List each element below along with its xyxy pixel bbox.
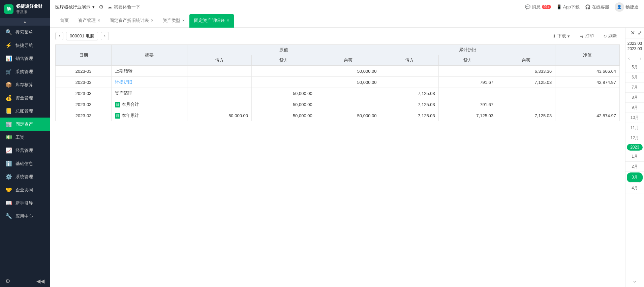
timeline-bottom-chevron[interactable]: ⌄ (625, 274, 644, 287)
sidebar-item-应用中心[interactable]: 🔧应用中心 (0, 210, 50, 223)
sidebar-scroll-up[interactable]: ▲ (0, 18, 50, 26)
sidebar-item-采购管理[interactable]: 🛒采购管理 (0, 65, 50, 78)
cell-orig-debit (187, 77, 252, 88)
sidebar-footer: ⚙ ◀◀ (0, 275, 50, 287)
cell-orig-debit (187, 66, 252, 77)
timeline-month[interactable]: 1月 (625, 152, 644, 162)
timeline-month[interactable]: 6月 (625, 72, 644, 83)
messages-button[interactable]: 💬 消息 99+ (525, 4, 551, 10)
timeline-arrow-right[interactable]: › (640, 56, 641, 61)
right-sidebar-controls: ✕ ⤢ (625, 28, 644, 38)
sidebar-item-系统管理[interactable]: ⚙️系统管理 (0, 170, 50, 183)
cloud-icon: ☁ (108, 4, 112, 9)
tab-固定资产明细账[interactable]: 固定资产明细账× (189, 14, 234, 28)
table-row: 2023-03 上期结转 50,000.00 6,333.36 43,666.6… (56, 66, 620, 77)
user-profile[interactable]: 👤 畅捷通 (615, 2, 639, 12)
tab-close-固定资产折旧统计表[interactable]: × (151, 18, 153, 23)
menu-icon: 🔧 (5, 213, 12, 219)
experience-label: 我要体验一下 (114, 4, 140, 10)
cell-summary: 资产清理 (112, 88, 187, 99)
menu-icon: 🏢 (5, 121, 12, 127)
tab-close-固定资产明细账[interactable]: × (227, 18, 229, 23)
cell-dep-credit: 7,125.03 (438, 110, 497, 121)
sidebar-item-经营管理[interactable]: 📈经营管理 (0, 144, 50, 157)
cell-net-value: 42,874.97 (555, 110, 620, 121)
settings-icon[interactable]: ⚙ (5, 278, 10, 284)
message-icon: 💬 (525, 4, 530, 9)
menu-icon: 📈 (5, 147, 12, 154)
topbar-settings-icon[interactable]: ⚙ (99, 4, 103, 10)
timeline-month[interactable]: 5月 (625, 62, 644, 72)
timeline-month-active[interactable]: 3月 (627, 172, 643, 183)
tab-close-资产类型[interactable]: × (182, 18, 185, 23)
sidebar-item-工资[interactable]: 💵工资 (0, 131, 50, 144)
tab-资产管理[interactable]: 资产管理× (73, 14, 105, 28)
cell-orig-balance: 50,000.00 (316, 66, 380, 77)
cell-orig-balance: 50,000.00 (316, 77, 380, 88)
cell-dep-credit (438, 88, 497, 99)
col-dep-balance: 余额 (497, 55, 555, 66)
col-dep-credit: 贷方 (438, 55, 497, 66)
sidebar-item-搜索菜单[interactable]: 🔍搜索菜单 (0, 26, 50, 39)
cell-net-value (555, 99, 620, 110)
chevron-down-icon: ▾ (568, 34, 570, 39)
cell-summary[interactable]: 计提折旧 (112, 77, 187, 88)
timeline-month[interactable]: 8月 (625, 93, 644, 103)
messages-badge: 99+ (542, 5, 551, 9)
company-selector[interactable]: 医疗器械行业演示 ▾ (55, 4, 95, 10)
expand-panel-icon[interactable]: ⤢ (637, 29, 643, 37)
timeline-month[interactable]: 11月 (625, 123, 644, 133)
cell-dep-credit: 791.67 (438, 77, 497, 88)
timeline-arrow-left[interactable]: ‹ (628, 56, 630, 61)
sidebar-item-新手引导[interactable]: 📖新手引导 (0, 196, 50, 210)
table-container: 日期 摘要 原值 累计折旧 净值 借方 贷方 余额 借方 贷方 余额 (55, 44, 620, 283)
sidebar-item-总账管理[interactable]: 📒总账管理 (0, 104, 50, 118)
sidebar-item-固定资产[interactable]: 🏢固定资产 (0, 118, 50, 131)
experience-button[interactable]: ☁ 我要体验一下 (108, 4, 140, 10)
cell-dep-credit (438, 66, 497, 77)
collapse-icon[interactable]: ◀◀ (36, 278, 44, 284)
timeline-month[interactable]: 4月 (625, 183, 644, 193)
tab-close-资产管理[interactable]: × (98, 18, 100, 23)
avatar: 👤 (615, 2, 624, 12)
close-panel-icon[interactable]: ✕ (630, 29, 636, 37)
timeline-month[interactable]: 7月 (625, 83, 644, 93)
download-button[interactable]: ⬇ 下载 ▾ (550, 32, 573, 40)
sidebar-item-快捷导航[interactable]: ⚡快捷导航 (0, 39, 50, 52)
timeline-list: 5月6月7月8月9月10月11月12月20231月2月3月4月 (625, 62, 644, 274)
timeline-month[interactable]: 10月 (625, 113, 644, 123)
print-button[interactable]: 🖨 打印 (577, 32, 596, 40)
refresh-button[interactable]: ↻ 刷新 (601, 32, 620, 40)
col-date: 日期 (56, 45, 112, 66)
app-title: 畅捷通好业财 (16, 3, 42, 9)
main-content: 医疗器械行业演示 ▾ ⚙ ☁ 我要体验一下 💬 消息 99+ 📱 App下载 🎧… (50, 0, 644, 287)
company-name: 医疗器械行业演示 (55, 4, 90, 10)
menu-icon: ⚙️ (5, 173, 12, 180)
sidebar-item-企业协同[interactable]: 🤝企业协同 (0, 183, 50, 196)
cell-orig-balance (316, 88, 380, 99)
cell-dep-debit: 7,125.03 (380, 110, 438, 121)
cell-summary: 日本月合计 (112, 99, 187, 110)
col-dep-debit: 借方 (380, 55, 438, 66)
sidebar-item-销售管理[interactable]: 📊销售管理 (0, 52, 50, 65)
tab-首页[interactable]: 首页 (55, 14, 73, 28)
timeline-month[interactable]: 12月 (625, 133, 644, 143)
tab-固定资产折旧统计表[interactable]: 固定资产折旧统计表× (105, 14, 158, 28)
sidebar-item-库存核算[interactable]: 📦库存核算 (0, 78, 50, 91)
topbar-left: 医疗器械行业演示 ▾ ⚙ ☁ 我要体验一下 (55, 4, 140, 10)
sidebar-item-基础信息[interactable]: ℹ️基础信息 (0, 157, 50, 170)
timeline-month[interactable]: 2月 (625, 162, 644, 172)
sidebar-item-资金管理[interactable]: 💰资金管理 (0, 91, 50, 104)
col-original-balance: 余额 (316, 55, 380, 66)
cell-dep-balance (497, 99, 555, 110)
timeline-year[interactable]: 2023 (627, 144, 643, 151)
next-asset-button[interactable]: › (101, 32, 109, 40)
cell-date: 2023-03 (56, 99, 112, 110)
customer-service-button[interactable]: 🎧 在线客服 (585, 4, 609, 10)
app-download-button[interactable]: 📱 App下载 (556, 4, 580, 10)
menu-icon: 📖 (5, 200, 12, 206)
prev-asset-button[interactable]: ‹ (55, 32, 63, 40)
timeline-month[interactable]: 9月 (625, 103, 644, 113)
tab-资产类型[interactable]: 资产类型× (158, 14, 189, 28)
topbar: 医疗器械行业演示 ▾ ⚙ ☁ 我要体验一下 💬 消息 99+ 📱 App下载 🎧… (50, 0, 644, 14)
